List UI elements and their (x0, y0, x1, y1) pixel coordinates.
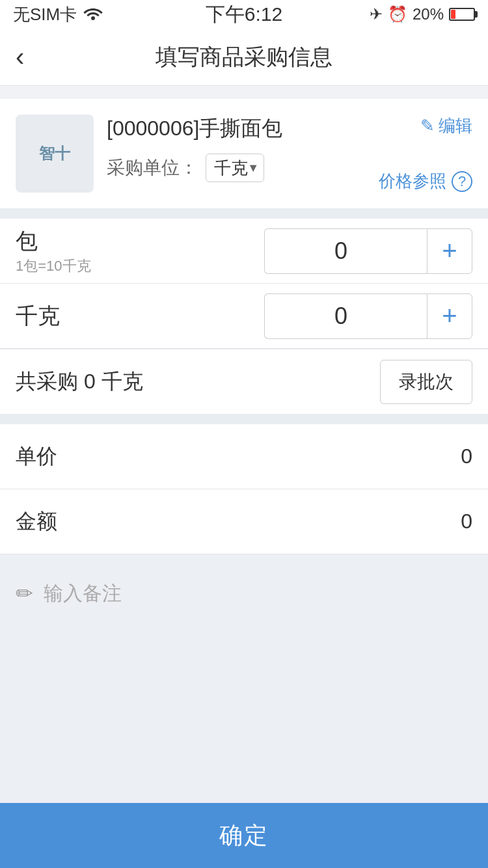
confirm-button[interactable]: 确定 (0, 803, 488, 868)
wifi-icon (83, 5, 103, 25)
status-bar: 无SIM卡 下午6:12 ✈ ⏰ 20% (0, 0, 488, 29)
product-name: [0000006]手撕面包 (107, 115, 472, 143)
status-right: ✈ ⏰ 20% (370, 5, 475, 23)
help-icon[interactable]: ? (452, 171, 472, 192)
status-left: 无SIM卡 (13, 3, 103, 26)
amount-label: 金额 (16, 508, 57, 536)
location-icon: ✈ (370, 5, 383, 23)
section-divider-1 (0, 208, 488, 219)
bao-label-sub: 1包=10千克 (16, 256, 120, 276)
bao-input-area: + (120, 228, 472, 274)
batch-button[interactable]: 录批次 (380, 360, 472, 404)
nav-bar: ‹ 填写商品采购信息 (0, 29, 488, 86)
battery-icon (449, 8, 475, 21)
note-section[interactable]: ✏ 输入备注 (0, 554, 488, 632)
bao-plus-button[interactable]: + (427, 228, 472, 274)
carrier-text: 无SIM卡 (13, 3, 77, 26)
kg-input[interactable] (264, 293, 427, 339)
page-title: 填写商品采购信息 (156, 42, 332, 72)
unit-label: 采购单位： (107, 156, 198, 180)
edit-label: 编辑 (439, 115, 472, 137)
note-icon: ✏ (16, 581, 33, 606)
unit-select[interactable]: 千克 (206, 154, 264, 182)
amount-value: 0 (461, 509, 472, 534)
battery-pct: 20% (413, 5, 444, 23)
price-ref-button[interactable]: 价格参照 ? (379, 170, 472, 193)
bao-label: 包 1包=10千克 (16, 226, 120, 276)
status-time: 下午6:12 (206, 1, 282, 28)
kg-label-main: 千克 (16, 301, 120, 331)
bao-input[interactable] (264, 228, 427, 274)
unit-price-value: 0 (461, 444, 472, 468)
edit-button[interactable]: ✎ 编辑 (420, 115, 472, 137)
form-section: 包 1包=10千克 + 千克 + 共采购 0 千克 录批次 (0, 219, 488, 414)
amount-row: 金额 0 (0, 489, 488, 554)
bao-label-main: 包 (16, 226, 120, 256)
section-divider-2 (0, 414, 488, 424)
alarm-icon: ⏰ (388, 5, 407, 23)
kg-input-area: + (120, 293, 472, 339)
product-image: 智十 (16, 115, 94, 193)
price-ref-label: 价格参照 (379, 170, 446, 193)
summary-row: 共采购 0 千克 录批次 (0, 349, 488, 414)
unit-price-label: 单价 (16, 442, 57, 471)
unit-price-row: 单价 0 (0, 424, 488, 489)
product-card: 智十 [0000006]手撕面包 采购单位： 千克 ✎ 编辑 价格参照 ? (0, 99, 488, 208)
unit-select-wrapper[interactable]: 千克 (206, 154, 264, 182)
kg-row: 千克 + (0, 284, 488, 349)
kg-plus-button[interactable]: + (427, 293, 472, 339)
bao-row: 包 1包=10千克 + (0, 219, 488, 284)
summary-text: 共采购 0 千克 (16, 368, 143, 396)
edit-icon: ✎ (420, 116, 435, 136)
back-button[interactable]: ‹ (16, 42, 24, 72)
kg-label: 千克 (16, 301, 120, 331)
product-logo-text: 智十 (39, 143, 70, 164)
price-section: 单价 0 金额 0 (0, 424, 488, 554)
note-placeholder: 输入备注 (44, 580, 122, 607)
